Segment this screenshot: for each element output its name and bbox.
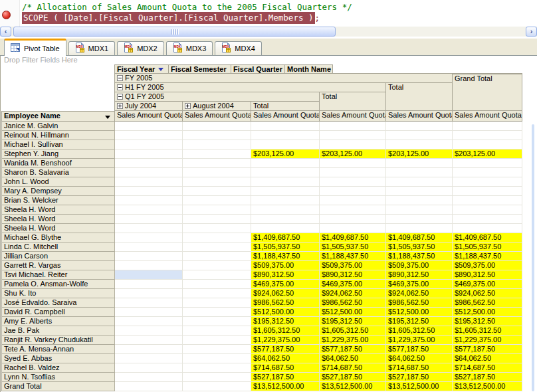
data-cell[interactable] [183, 177, 251, 187]
data-cell-total[interactable]: $890,312.50 [386, 270, 453, 280]
data-cell[interactable] [251, 159, 320, 168]
data-cell[interactable] [320, 131, 386, 140]
data-cell[interactable] [453, 131, 522, 140]
row-header-employee[interactable]: Michael I. Sullivan [1, 140, 115, 149]
data-cell-total[interactable]: $527,187.50 [320, 373, 386, 382]
data-cell-total[interactable]: $1,505,937.50 [386, 243, 453, 252]
header-grand-total[interactable]: Grand Total [453, 74, 522, 111]
row-header-employee[interactable]: Sharon B. Salavaria [1, 168, 115, 177]
data-cell-total[interactable]: $577,187.50 [251, 345, 320, 354]
mdx-script-editor[interactable]: /* Allocation of Sales Amount Quota to t… [0, 0, 537, 27]
data-cell-total[interactable]: $469,375.00 [386, 280, 453, 289]
data-cell[interactable] [453, 196, 522, 205]
data-cell-total[interactable]: $714,687.50 [386, 363, 453, 373]
row-header-employee[interactable]: Wanida M. Benshoof [1, 159, 115, 168]
data-cell[interactable] [183, 224, 251, 233]
row-header-employee[interactable]: José Edvaldo. Saraiva [1, 298, 115, 308]
data-cell[interactable] [115, 289, 183, 298]
data-cell[interactable] [115, 122, 183, 131]
data-cell[interactable] [115, 205, 183, 215]
row-header-employee[interactable]: Jillian Carson [1, 252, 115, 261]
header-h1-fy-2005[interactable]: H1 FY 2005 [115, 83, 386, 92]
selected-cell[interactable] [115, 270, 183, 280]
data-cell[interactable] [320, 177, 386, 187]
data-cell[interactable] [386, 215, 453, 224]
data-cell[interactable] [183, 252, 251, 261]
data-cell-total[interactable]: $512,500.00 [251, 308, 320, 317]
column-field-month-name[interactable]: Month Name [285, 64, 333, 74]
data-cell-total[interactable]: $890,312.50 [453, 270, 522, 280]
data-cell[interactable] [115, 149, 183, 159]
data-cell-total[interactable]: $1,505,937.50 [453, 243, 522, 252]
data-cell-total[interactable]: $13,512,500.00 [251, 382, 320, 391]
data-cell[interactable] [183, 326, 251, 336]
data-cell-total[interactable]: $1,229,375.00 [251, 336, 320, 345]
expand-button[interactable] [185, 103, 191, 109]
row-header-employee[interactable]: Garrett R. Vargas [1, 261, 115, 270]
data-cell[interactable] [183, 345, 251, 354]
data-cell-total[interactable]: $1,188,437.50 [453, 252, 522, 261]
header-quarter-total[interactable]: Total [320, 92, 386, 111]
data-cell-total[interactable]: $469,375.00 [251, 280, 320, 289]
data-cell-total[interactable]: $527,187.50 [453, 373, 522, 382]
row-header-employee[interactable]: Janice M. Galvin [1, 122, 115, 131]
data-cell[interactable] [320, 215, 386, 224]
filter-drop-zone[interactable]: Drop Filter Fields Here [1, 56, 537, 64]
row-header-employee[interactable]: Stephen Y. Jiang [1, 149, 115, 159]
data-cell[interactable] [320, 196, 386, 205]
data-cell-total[interactable]: $1,188,437.50 [320, 252, 386, 261]
data-cell[interactable] [386, 205, 453, 215]
data-cell-total[interactable]: $64,062.50 [320, 354, 386, 363]
dropdown-arrow-icon[interactable] [158, 68, 163, 71]
row-header-employee[interactable]: David R. Campbell [1, 308, 115, 317]
horizontal-scrollbar[interactable]: ‹ › [0, 27, 537, 37]
data-cell[interactable] [183, 261, 251, 270]
data-cell-total[interactable]: $195,312.50 [453, 317, 522, 326]
data-cell-total[interactable]: $924,062.50 [320, 289, 386, 298]
scrollbar-thumb[interactable] [13, 27, 336, 37]
measure-header[interactable]: Sales Amount Quota [320, 111, 386, 122]
data-cell[interactable] [115, 140, 183, 149]
row-header-employee[interactable]: Mary A. Dempsey [1, 187, 115, 196]
data-cell[interactable] [115, 261, 183, 270]
data-cell[interactable] [386, 168, 453, 177]
data-cell[interactable] [251, 122, 320, 131]
data-cell-total[interactable]: $13,512,500.00 [320, 382, 386, 391]
data-cell-total[interactable]: $512,500.00 [386, 308, 453, 317]
column-field-fiscal-quarter[interactable]: Fiscal Quarter [231, 64, 285, 74]
scroll-right-arrow-icon[interactable]: › [526, 27, 537, 37]
row-header-employee[interactable]: Michael G. Blythe [1, 233, 115, 243]
data-cell[interactable] [453, 224, 522, 233]
data-cell[interactable] [115, 308, 183, 317]
data-cell[interactable] [115, 187, 183, 196]
data-cell-total[interactable]: $512,500.00 [453, 308, 522, 317]
data-cell[interactable] [251, 196, 320, 205]
data-cell[interactable] [320, 159, 386, 168]
data-cell-total[interactable]: $1,188,437.50 [386, 252, 453, 261]
data-cell[interactable] [115, 243, 183, 252]
data-cell[interactable] [115, 233, 183, 243]
data-cell[interactable] [320, 122, 386, 131]
data-cell-total[interactable]: $512,500.00 [320, 308, 386, 317]
row-header-employee[interactable]: Reinout N. Hillmann [1, 131, 115, 140]
data-cell-total[interactable]: $509,375.00 [320, 261, 386, 270]
data-cell-total[interactable]: $1,409,687.50 [320, 233, 386, 243]
data-cell[interactable] [183, 159, 251, 168]
data-cell-total[interactable]: $1,409,687.50 [251, 233, 320, 243]
header-q1-fy-2005[interactable]: Q1 FY 2005 [115, 92, 320, 102]
row-header-employee[interactable]: Lynn N. Tsoflias [1, 373, 115, 382]
data-cell[interactable] [386, 122, 453, 131]
tab-mdx3[interactable]: MDXMDX3 [166, 41, 213, 55]
expand-button[interactable] [117, 103, 123, 109]
data-cell-total[interactable]: $714,687.50 [453, 363, 522, 373]
data-cell[interactable] [183, 280, 251, 289]
data-cell[interactable] [320, 168, 386, 177]
data-cell-total[interactable]: $195,312.50 [251, 317, 320, 326]
data-cell-total[interactable]: $469,375.00 [453, 280, 522, 289]
data-cell-total[interactable]: $195,312.50 [386, 317, 453, 326]
row-header-employee[interactable]: Rachel B. Valdez [1, 363, 115, 373]
data-cell-total[interactable]: $577,187.50 [320, 345, 386, 354]
column-field-fiscal-semester[interactable]: Fiscal Semester [169, 64, 231, 74]
data-cell-total[interactable]: $714,687.50 [320, 363, 386, 373]
data-cell-total[interactable]: $13,512,500.00 [453, 382, 522, 391]
